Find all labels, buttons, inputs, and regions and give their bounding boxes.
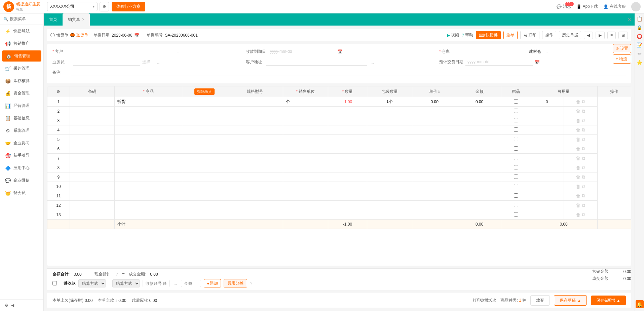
sidebar-item-collab[interactable]: 🤝 企业协同 — [0, 137, 43, 149]
sidebar-item-quick-nav[interactable]: ⚡ 快捷导航 — [0, 25, 43, 37]
row-goods[interactable] — [115, 154, 182, 163]
row-pkgqty[interactable] — [367, 210, 412, 220]
salesperson-dots[interactable]: ... — [156, 60, 162, 65]
row-gift[interactable] — [502, 182, 530, 191]
row-price[interactable] — [412, 154, 457, 163]
row-goods[interactable] — [115, 191, 182, 201]
due-date-calendar-icon[interactable]: 📅 — [337, 49, 342, 54]
row-price[interactable] — [412, 144, 457, 154]
row-unit[interactable] — [283, 201, 328, 210]
row-unit[interactable] — [283, 107, 328, 116]
row-price[interactable] — [412, 172, 457, 182]
row-amount[interactable] — [457, 201, 502, 210]
app-download-button[interactable]: 📱 App下载 — [576, 4, 598, 9]
online-service-button[interactable]: 👤 在线客服 — [603, 4, 626, 9]
row-amount[interactable] — [457, 182, 502, 191]
row-spec[interactable] — [227, 182, 283, 191]
row-gift[interactable] — [502, 172, 530, 182]
row-barcode[interactable] — [70, 182, 115, 191]
row-gift[interactable] — [502, 116, 530, 125]
row-barcode[interactable] — [70, 116, 115, 125]
th-settings[interactable]: ⚙ — [47, 86, 70, 97]
row-barcode[interactable] — [70, 201, 115, 210]
row-goods[interactable] — [115, 163, 182, 172]
row-copy-icon[interactable]: ⧉ — [582, 202, 585, 208]
trial-button[interactable]: 体验行业方案 — [112, 2, 145, 11]
row-unit[interactable] — [283, 191, 328, 201]
row-spec[interactable] — [227, 144, 283, 154]
row-delete-icon[interactable]: 🗑 — [576, 127, 580, 133]
delivery-date-calendar-icon[interactable]: 📅 — [535, 60, 540, 65]
row-unit[interactable] — [283, 125, 328, 135]
row-amount[interactable] — [457, 125, 502, 135]
row-goods[interactable] — [115, 97, 182, 107]
row-delete-icon[interactable]: 🗑 — [576, 212, 580, 218]
row-goods[interactable] — [115, 144, 182, 154]
right-panel-icon-5[interactable]: ✏ — [636, 50, 644, 58]
row-amount[interactable] — [457, 163, 502, 172]
row-gift[interactable] — [502, 144, 530, 154]
row-gift[interactable] — [502, 97, 530, 107]
sidebar-item-basic[interactable]: 📋 基础信息 — [0, 112, 43, 124]
sidebar-item-system[interactable]: ⚙ 系统管理 — [0, 124, 43, 137]
row-goods[interactable] — [115, 135, 182, 144]
settings-button[interactable]: ⊙ 设置 — [613, 44, 631, 53]
customer-input[interactable] — [73, 48, 174, 55]
save-new-button[interactable]: 保存&新增 ▲ — [591, 296, 626, 305]
row-pkgqty[interactable] — [367, 116, 412, 125]
row-pkgqty[interactable] — [367, 201, 412, 210]
delivery-date-input[interactable] — [465, 59, 533, 66]
company-selector[interactable]: XXXXXX公司 ▾ — [47, 2, 98, 11]
view-grid-btn[interactable]: ⊞ — [618, 32, 628, 39]
row-qty[interactable] — [328, 144, 367, 154]
tab-home[interactable]: 首页 — [44, 13, 63, 26]
row-gift[interactable] — [502, 163, 530, 172]
scan-button[interactable]: 扫码录入 — [194, 88, 215, 95]
row-barcode[interactable] — [70, 125, 115, 135]
view-list-btn[interactable]: ≡ — [607, 32, 616, 39]
row-price[interactable] — [412, 210, 457, 220]
row-gift[interactable] — [502, 135, 530, 144]
row-gift[interactable] — [502, 154, 530, 163]
row-price[interactable] — [412, 116, 457, 125]
sidebar-search[interactable]: 🔍 搜索菜单 — [0, 13, 43, 25]
row-copy-icon[interactable]: ⧉ — [582, 127, 585, 133]
address-input[interactable] — [266, 59, 367, 66]
tab-close-icon[interactable]: × — [82, 17, 84, 22]
next-btn[interactable]: ▶ — [596, 32, 605, 39]
tab-sales-order[interactable]: 销货单 × — [63, 13, 90, 26]
row-barcode[interactable] — [70, 107, 115, 116]
row-spec[interactable] — [227, 125, 283, 135]
row-goods[interactable] — [115, 182, 182, 191]
row-qty[interactable] — [328, 201, 367, 210]
row-qty[interactable] — [328, 182, 367, 191]
row-delete-icon[interactable]: 🗑 — [576, 174, 580, 180]
history-btn[interactable]: 历史单据 — [559, 31, 581, 39]
row-qty[interactable] — [328, 107, 367, 116]
row-spec[interactable] — [227, 172, 283, 182]
row-unit[interactable] — [283, 116, 328, 125]
row-pkgqty[interactable] — [367, 107, 412, 116]
video-btn[interactable]: ▶ 视频 — [447, 32, 459, 38]
row-amount[interactable] — [457, 135, 502, 144]
row-amount[interactable] — [457, 210, 502, 220]
account-dots[interactable]: ... — [172, 281, 178, 286]
row-copy-icon[interactable]: ⧉ — [582, 165, 585, 170]
row-gift[interactable] — [502, 210, 530, 220]
row-pkgqty[interactable] — [367, 154, 412, 163]
row-copy-icon[interactable]: ⧉ — [582, 184, 585, 189]
row-copy-icon[interactable]: ⧉ — [582, 118, 585, 123]
row-delete-icon[interactable]: 🗑 — [576, 137, 580, 142]
table-container[interactable]: ⚙ 条码 * 商品 扫码录入 规格型号 * 销售单位 * 数量 包装数量 — [47, 86, 631, 266]
sidebar-item-member[interactable]: 👑 畅会员 — [0, 187, 43, 199]
warehouse-dots[interactable]: ... — [543, 49, 549, 54]
radio-return[interactable]: 退货单 — [70, 32, 88, 38]
right-panel-icon-1[interactable]: 📋 — [636, 15, 644, 23]
row-copy-icon[interactable]: ⧉ — [582, 99, 585, 105]
right-panel-icon-2[interactable]: 🔒 — [636, 24, 644, 32]
row-copy-icon[interactable]: ⧉ — [582, 212, 585, 218]
row-price[interactable] — [412, 182, 457, 191]
row-unit[interactable] — [283, 172, 328, 182]
row-spec[interactable] — [227, 163, 283, 172]
row-delete-icon[interactable]: 🗑 — [576, 165, 580, 170]
